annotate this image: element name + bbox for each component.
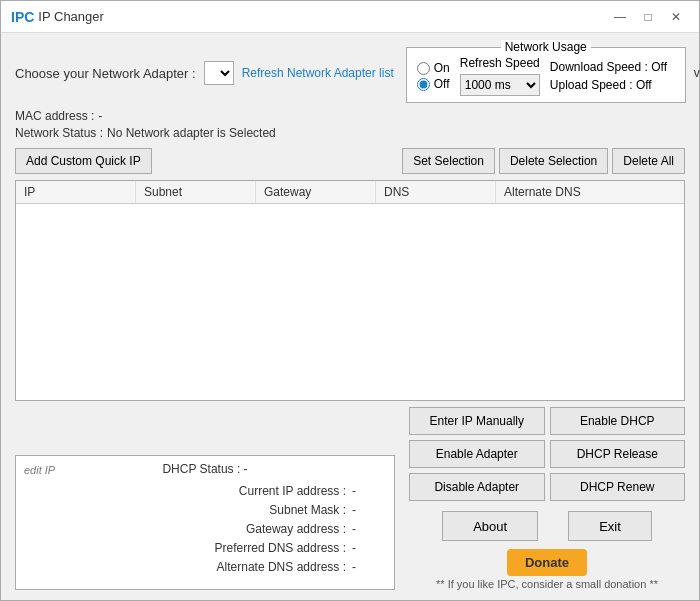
ip-field-value: - bbox=[352, 503, 382, 517]
radio-off-label[interactable]: Off bbox=[417, 77, 450, 91]
version-label: v1.3.2.0 bbox=[694, 66, 700, 80]
network-status-label: Network Status : bbox=[15, 126, 103, 140]
network-usage-title: Network Usage bbox=[501, 40, 591, 54]
bottom-section: edit IP DHCP Status : - Current IP addre… bbox=[15, 407, 685, 590]
ip-field-value: - bbox=[352, 484, 382, 498]
dhcp-value: - bbox=[244, 462, 248, 476]
network-usage-panel: Network Usage On Off bbox=[406, 43, 686, 103]
ip-table: IP Subnet Gateway DNS Alternate DNS bbox=[15, 180, 685, 401]
maximize-button[interactable]: □ bbox=[635, 7, 661, 27]
col-ip: IP bbox=[16, 181, 136, 203]
ip-field-row: Preferred DNS address : - bbox=[28, 541, 382, 555]
ip-field-row: Gateway address : - bbox=[28, 522, 382, 536]
app-icon: IPC bbox=[11, 9, 34, 25]
mac-value: - bbox=[98, 109, 102, 123]
radio-on[interactable] bbox=[417, 62, 430, 75]
speed-stats: Download Speed : Off Upload Speed : Off bbox=[550, 60, 667, 92]
ip-field-value: - bbox=[352, 560, 382, 574]
ip-field-value: - bbox=[352, 522, 382, 536]
donate-button[interactable]: Donate bbox=[507, 549, 587, 576]
about-button[interactable]: About bbox=[442, 511, 538, 541]
ip-field-row: Subnet Mask : - bbox=[28, 503, 382, 517]
radio-off-text: Off bbox=[434, 77, 450, 91]
col-subnet: Subnet bbox=[136, 181, 256, 203]
mac-row: MAC address : - bbox=[15, 109, 685, 123]
toolbar: Add Custom Quick IP Set Selection Delete… bbox=[15, 148, 685, 174]
refresh-speed-label: Refresh Speed bbox=[460, 56, 540, 70]
table-body bbox=[16, 204, 684, 344]
radio-on-label[interactable]: On bbox=[417, 61, 450, 75]
ip-field-label: Preferred DNS address : bbox=[215, 541, 346, 555]
ip-field-label: Current IP address : bbox=[239, 484, 346, 498]
refresh-adapter-link[interactable]: Refresh Network Adapter list bbox=[242, 66, 394, 80]
ip-field-label: Alternate DNS address : bbox=[217, 560, 346, 574]
adapter-select[interactable] bbox=[204, 61, 234, 85]
ip-field-row: Alternate DNS address : - bbox=[28, 560, 382, 574]
set-selection-button[interactable]: Set Selection bbox=[402, 148, 495, 174]
col-alt-dns: Alternate DNS bbox=[496, 181, 684, 203]
download-speed-label: Download Speed : Off bbox=[550, 60, 667, 74]
col-gateway: Gateway bbox=[256, 181, 376, 203]
donate-area: Donate ** If you like IPC, consider a sm… bbox=[409, 549, 685, 590]
upload-speed-label: Upload Speed : Off bbox=[550, 78, 667, 92]
radio-group: On Off bbox=[417, 61, 450, 91]
donate-note: ** If you like IPC, consider a small don… bbox=[436, 578, 658, 590]
dhcp-release-button[interactable]: DHCP Release bbox=[550, 440, 686, 468]
minimize-button[interactable]: — bbox=[607, 7, 633, 27]
ip-field-value: - bbox=[352, 541, 382, 555]
right-panel: Enter IP Manually Enable DHCP Enable Ada… bbox=[409, 407, 685, 590]
ip-field-label: Gateway address : bbox=[246, 522, 346, 536]
dhcp-status-row: DHCP Status : - bbox=[28, 462, 382, 476]
table-header: IP Subnet Gateway DNS Alternate DNS bbox=[16, 181, 684, 204]
ip-fields: Current IP address : - Subnet Mask : - G… bbox=[28, 484, 382, 574]
enable-adapter-button[interactable]: Enable Adapter bbox=[409, 440, 545, 468]
window-controls: — □ ✕ bbox=[607, 7, 689, 27]
titlebar: IPC IP Changer — □ ✕ bbox=[1, 1, 699, 33]
ip-field-row: Current IP address : - bbox=[28, 484, 382, 498]
radio-on-text: On bbox=[434, 61, 450, 75]
enter-manually-button[interactable]: Enter IP Manually bbox=[409, 407, 545, 435]
info-panel: MAC address : - Network Status : No Netw… bbox=[15, 109, 685, 140]
exit-button[interactable]: Exit bbox=[568, 511, 652, 541]
disable-adapter-button[interactable]: Disable Adapter bbox=[409, 473, 545, 501]
main-window: IPC IP Changer — □ ✕ Choose your Network… bbox=[0, 0, 700, 601]
left-panel: edit IP DHCP Status : - Current IP addre… bbox=[15, 455, 395, 590]
dhcp-label: DHCP Status : bbox=[162, 462, 240, 476]
action-buttons: Enter IP Manually Enable DHCP Enable Ada… bbox=[409, 407, 685, 501]
ip-field-label: Subnet Mask : bbox=[269, 503, 346, 517]
refresh-speed-group: Refresh Speed 1000 ms bbox=[460, 56, 540, 96]
col-dns: DNS bbox=[376, 181, 496, 203]
refresh-speed-select[interactable]: 1000 ms bbox=[460, 74, 540, 96]
radio-off[interactable] bbox=[417, 78, 430, 91]
adapter-label: Choose your Network Adapter : bbox=[15, 66, 196, 81]
dhcp-renew-button[interactable]: DHCP Renew bbox=[550, 473, 686, 501]
adapter-row: Choose your Network Adapter : Refresh Ne… bbox=[15, 43, 685, 103]
app-title: IP Changer bbox=[38, 9, 607, 24]
delete-all-button[interactable]: Delete All bbox=[612, 148, 685, 174]
close-button[interactable]: ✕ bbox=[663, 7, 689, 27]
edit-ip-label: edit IP bbox=[24, 464, 55, 476]
mac-label: MAC address : bbox=[15, 109, 94, 123]
network-status-row: Network Status : No Network adapter is S… bbox=[15, 126, 685, 140]
network-status-value: No Network adapter is Selected bbox=[107, 126, 276, 140]
delete-selection-button[interactable]: Delete Selection bbox=[499, 148, 608, 174]
add-custom-quick-ip-button[interactable]: Add Custom Quick IP bbox=[15, 148, 152, 174]
enable-dhcp-button[interactable]: Enable DHCP bbox=[550, 407, 686, 435]
content-area: Choose your Network Adapter : Refresh Ne… bbox=[1, 33, 699, 600]
